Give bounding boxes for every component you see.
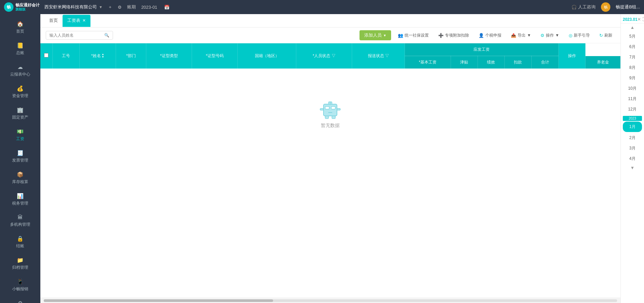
top-right: 🎧 人工咨询 畅 畅提通B组... (571, 2, 640, 12)
month-2022-12[interactable]: 12月 (621, 104, 644, 115)
logo-area: 畅 畅应通好会计 旗舰版 (4, 2, 44, 12)
guide-action-icon: ◎ (569, 33, 572, 38)
sidebar-label-ledger: 总账 (16, 50, 24, 56)
empty-text: 暂无数据 (321, 123, 340, 129)
export-arrow-icon: ▼ (527, 33, 531, 38)
select-all-checkbox[interactable] (44, 53, 48, 57)
month-2023-2[interactable]: 2月 (621, 133, 644, 143)
sidebar-item-settings[interactable]: ⚙ 基础设置 (2, 297, 38, 303)
payroll-table: 工号 *姓名 ▲▼ *部门 *证型类型 *证型号码 国籍（地区） *人员状 (40, 43, 620, 156)
search-box[interactable]: 🔍 (46, 31, 113, 40)
month-2023-3[interactable]: 3月 (621, 143, 644, 154)
sidebar-item-expense[interactable]: 📱 小畅报销 (2, 275, 38, 295)
sidebar-item-tax[interactable]: 📊 税务管理 (2, 189, 38, 210)
th-allowance: 津贴 (451, 56, 478, 69)
operations-btn[interactable]: ⚙ 操作 ▼ (538, 31, 562, 40)
month-2023-1[interactable]: 1月 (623, 122, 642, 132)
toolbar: 🔍 添加人员 ▼ 👥 统一社保设置 ➕ 专项附加扣除 👤 个税申报 📤 导出 (40, 28, 620, 43)
sidebar-item-multi-org[interactable]: 🏛 多机构管理 (2, 211, 38, 231)
right-date-panel: 2023.01 ✕ ⛶ ▲ 5月 6月 7月 8月 9月 10月 11月 12月… (620, 14, 644, 303)
sidebar-label-expense: 小畅报销 (12, 286, 28, 292)
sidebar-item-close-accounts[interactable]: 🔒 结账 (2, 232, 38, 252)
add-person-button[interactable]: 添加人员 ▼ (359, 30, 391, 40)
tax-report-label: 个税申报 (485, 33, 501, 38)
tab-bar: 首页 工资表 ✕ (40, 14, 620, 28)
assets-icon: 🏢 (17, 107, 24, 113)
export-btn[interactable]: 📤 导出 ▼ (508, 31, 534, 40)
month-2022-9[interactable]: 9月 (621, 73, 644, 83)
month-2022-10[interactable]: 10月 (621, 83, 644, 94)
month-2022-11[interactable]: 11月 (621, 94, 644, 104)
th-report-status[interactable]: 报送状态 ▽ (352, 43, 405, 69)
settings-icon[interactable]: ⚙ (118, 5, 122, 10)
sidebar-item-home[interactable]: 🏠 首页 (2, 17, 38, 38)
sidebar-item-inventory[interactable]: 📦 库存核算 (2, 168, 38, 188)
refresh-icon: ↻ (599, 33, 603, 38)
social-icon: 👥 (398, 33, 403, 38)
sidebar-item-ledger[interactable]: 📒 总账 (2, 39, 38, 59)
sidebar-item-archive[interactable]: 📁 归档管理 (2, 254, 38, 274)
sidebar-item-payroll[interactable]: 💵 工资 (2, 125, 38, 145)
user-name[interactable]: 畅提通B组... (616, 4, 640, 10)
sidebar-item-cloud-report[interactable]: ☁ 云报表中心 (2, 60, 38, 81)
tab-close-icon[interactable]: ✕ (82, 18, 86, 23)
export-icon: 📤 (511, 33, 516, 38)
th-name[interactable]: *姓名 ▲▼ (79, 43, 116, 69)
period-value: 2023-01 (141, 5, 157, 10)
sidebar-item-funds[interactable]: 💰 资金管理 (2, 82, 38, 102)
calendar-icon[interactable]: 📅 (164, 5, 169, 10)
social-security-btn[interactable]: 👥 统一社保设置 (395, 31, 431, 40)
tab-payroll-label: 工资表 (67, 17, 80, 24)
help-button[interactable]: 🎧 人工咨询 (571, 4, 596, 10)
sidebar-label-home: 首页 (16, 29, 24, 34)
panel-expand-icon[interactable]: ⛶ (642, 17, 644, 22)
tab-home[interactable]: 首页 (44, 15, 63, 27)
empty-cell: 暂无数据 (40, 69, 620, 156)
app-name: 畅应通好会计 (15, 3, 40, 7)
svg-rect-0 (324, 104, 337, 116)
sidebar-label-invoice: 发票管理 (12, 158, 28, 163)
year-2023-badge: 2023 (623, 116, 642, 121)
th-id-type: *证型类型 (146, 43, 192, 69)
panel-up-nav[interactable]: ▲ (621, 24, 644, 31)
empty-state: 暂无数据 (40, 69, 620, 156)
scroll-bar-area[interactable] (40, 298, 620, 303)
th-job-number: 工号 (52, 43, 79, 69)
panel-down-nav[interactable]: ▼ (621, 164, 644, 172)
name-sort-icon: ▲▼ (102, 53, 104, 58)
invoice-icon: 🧾 (17, 150, 24, 156)
sidebar-item-assets[interactable]: 🏢 固定资产 (2, 103, 38, 124)
tax-report-btn[interactable]: 👤 个税申报 (476, 31, 504, 40)
tax-report-icon: 👤 (479, 33, 484, 38)
home-icon: 🏠 (17, 21, 24, 27)
panel-close-icon[interactable]: ✕ (637, 17, 641, 22)
month-2022-7[interactable]: 7月 (621, 52, 644, 62)
th-checkbox[interactable] (40, 43, 52, 69)
company-selector[interactable]: 西安虾米网络科技有限公司 ▼ (44, 4, 103, 10)
svg-rect-8 (325, 116, 329, 119)
sidebar-label-funds: 资金管理 (12, 93, 28, 99)
th-pension: 养老金 (585, 56, 620, 69)
top-header: 畅 畅应通好会计 旗舰版 西安虾米网络科技有限公司 ▼ ＋ ⚙ 账期 2023-… (0, 0, 644, 14)
sidebar-item-invoice[interactable]: 🧾 发票管理 (2, 146, 38, 167)
scroll-thumb[interactable] (44, 299, 273, 302)
month-2022-5[interactable]: 5月 (621, 31, 644, 42)
sidebar-label-org: 多机构管理 (10, 222, 30, 227)
month-2022-6[interactable]: 6月 (621, 42, 644, 52)
guide-btn[interactable]: ◎ 新手引导 (566, 31, 593, 40)
add-company-btn[interactable]: ＋ (108, 4, 112, 10)
search-input[interactable] (49, 33, 102, 38)
scroll-track[interactable] (44, 299, 617, 302)
th-status[interactable]: *人员状态 ▽ (296, 43, 352, 69)
refresh-btn[interactable]: ↻ 刷新 (597, 31, 615, 40)
th-deduction: 扣款 (504, 56, 531, 69)
special-deduction-btn[interactable]: ➕ 专项附加扣除 (435, 31, 472, 40)
sidebar-label-payroll: 工资 (16, 136, 24, 142)
headset-icon: 🎧 (571, 5, 577, 10)
month-2022-8[interactable]: 8月 (621, 62, 644, 73)
th-total: 合计 (531, 56, 558, 69)
month-2023-4[interactable]: 4月 (621, 154, 644, 164)
tab-payroll[interactable]: 工资表 ✕ (63, 15, 90, 27)
content-area: 首页 工资表 ✕ 🔍 添加人员 ▼ 👥 统一社保设置 ➕ (40, 14, 620, 303)
ops-arrow-icon: ▼ (555, 33, 559, 38)
